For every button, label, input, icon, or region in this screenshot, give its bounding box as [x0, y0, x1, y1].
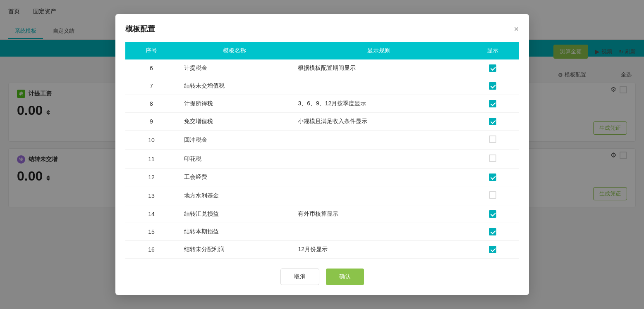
checkbox-11[interactable]	[489, 154, 496, 162]
checkbox-14[interactable]	[489, 210, 496, 218]
table-row: 9免交增值税小规模且满足收入条件显示	[125, 113, 519, 131]
cell-rule	[291, 131, 466, 150]
cell-checkbox	[467, 169, 519, 186]
cell-rule	[291, 77, 466, 95]
table-body: 6计提税金根据模板配置期间显示7结转未交增值税8计提所得税3、6、9、12月按季…	[125, 59, 519, 259]
table-row: 7结转未交增值税	[125, 77, 519, 95]
cell-name: 结转汇兑损益	[177, 205, 291, 223]
cancel-button[interactable]: 取消	[280, 269, 319, 285]
cell-seq: 8	[125, 95, 178, 113]
cell-name: 免交增值税	[177, 113, 291, 131]
table-wrapper: 序号 模板名称 显示规则 显示 6计提税金根据模板配置期间显示7结转未交增值税8…	[125, 42, 519, 259]
checkbox-15[interactable]	[489, 228, 496, 235]
cell-rule: 根据模板配置期间显示	[291, 59, 466, 77]
table-row: 13地方水利基金	[125, 186, 519, 205]
table-row: 10回冲税金	[125, 131, 519, 150]
confirm-button[interactable]: 确认	[326, 269, 364, 285]
cell-checkbox	[467, 223, 519, 241]
cell-checkbox	[467, 205, 519, 223]
config-table: 序号 模板名称 显示规则 显示 6计提税金根据模板配置期间显示7结转未交增值税8…	[125, 42, 519, 259]
cell-checkbox	[467, 113, 519, 131]
modal-title: 模板配置	[125, 24, 155, 34]
cell-name: 结转未交增值税	[177, 77, 291, 95]
cell-rule	[291, 223, 466, 241]
cell-name: 地方水利基金	[177, 186, 291, 205]
table-row: 12工会经费	[125, 169, 519, 186]
cell-checkbox	[467, 186, 519, 205]
table-header: 序号 模板名称 显示规则 显示	[125, 42, 519, 59]
table-row: 16结转未分配利润12月份显示	[125, 241, 519, 259]
checkbox-12[interactable]	[489, 174, 496, 181]
cell-rule: 3、6、9、12月按季度显示	[291, 95, 466, 113]
cell-name: 结转未分配利润	[177, 241, 291, 259]
col-rule: 显示规则	[291, 42, 466, 59]
cell-seq: 12	[125, 169, 178, 186]
cell-rule	[291, 150, 466, 169]
table-row: 8计提所得税3、6、9、12月按季度显示	[125, 95, 519, 113]
cell-seq: 15	[125, 223, 178, 241]
modal-header: 模板配置 ×	[125, 24, 519, 34]
cell-seq: 6	[125, 59, 178, 77]
cell-name: 印花税	[177, 150, 291, 169]
cell-seq: 7	[125, 77, 178, 95]
cell-checkbox	[467, 77, 519, 95]
cell-seq: 10	[125, 131, 178, 150]
modal-footer: 取消 确认	[125, 269, 519, 285]
cell-checkbox	[467, 150, 519, 169]
col-seq: 序号	[125, 42, 178, 59]
table-row: 11印花税	[125, 150, 519, 169]
checkbox-9[interactable]	[489, 118, 496, 125]
cell-seq: 16	[125, 241, 178, 259]
template-config-modal: 模板配置 × 序号 模板名称 显示规则 显示 6计提税金根据模板配置期间显示7结…	[115, 14, 529, 295]
cell-checkbox	[467, 59, 519, 77]
table-row: 6计提税金根据模板配置期间显示	[125, 59, 519, 77]
checkbox-13[interactable]	[489, 191, 496, 199]
table-row: 15结转本期损益	[125, 223, 519, 241]
cell-name: 回冲税金	[177, 131, 291, 150]
cell-name: 结转本期损益	[177, 223, 291, 241]
cell-seq: 9	[125, 113, 178, 131]
cell-rule	[291, 169, 466, 186]
table-row: 14结转汇兑损益有外币核算显示	[125, 205, 519, 223]
cell-name: 工会经费	[177, 169, 291, 186]
checkbox-16[interactable]	[489, 246, 496, 253]
cell-checkbox	[467, 95, 519, 113]
checkbox-10[interactable]	[489, 135, 496, 143]
col-name: 模板名称	[177, 42, 291, 59]
cell-checkbox	[467, 241, 519, 259]
cell-rule: 12月份显示	[291, 241, 466, 259]
cell-seq: 14	[125, 205, 178, 223]
cell-name: 计提税金	[177, 59, 291, 77]
table-header-row: 序号 模板名称 显示规则 显示	[125, 42, 519, 59]
cell-seq: 13	[125, 186, 178, 205]
cell-name: 计提所得税	[177, 95, 291, 113]
cell-rule	[291, 186, 466, 205]
col-show: 显示	[467, 42, 519, 59]
checkbox-6[interactable]	[489, 64, 496, 72]
cell-checkbox	[467, 131, 519, 150]
cell-seq: 11	[125, 150, 178, 169]
checkbox-7[interactable]	[489, 82, 496, 90]
cell-rule: 有外币核算显示	[291, 205, 466, 223]
cell-rule: 小规模且满足收入条件显示	[291, 113, 466, 131]
modal-close-button[interactable]: ×	[514, 25, 519, 33]
checkbox-8[interactable]	[489, 100, 496, 107]
